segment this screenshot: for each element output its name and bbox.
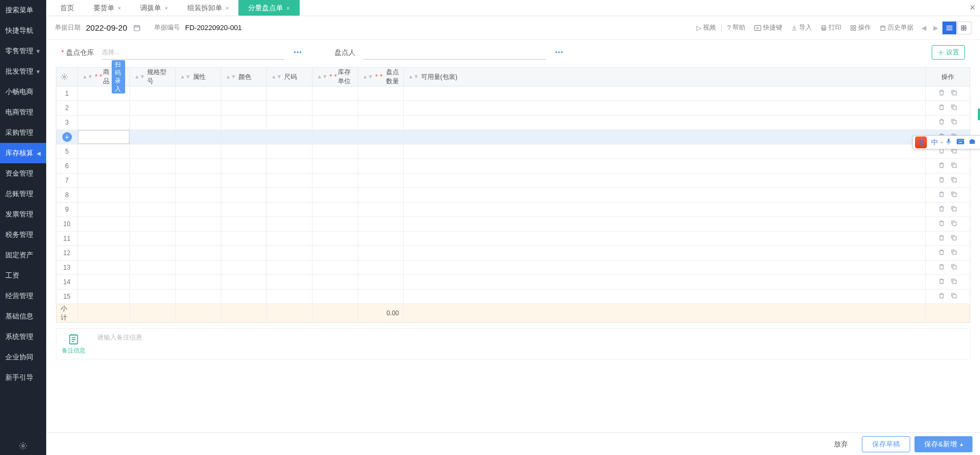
copy-row-icon[interactable]: [950, 205, 957, 214]
window-close-button[interactable]: ×: [965, 0, 980, 16]
table-row[interactable]: +: [56, 130, 970, 145]
delete-row-icon[interactable]: [938, 89, 945, 98]
tab-close-icon[interactable]: ×: [226, 5, 229, 11]
copy-row-icon[interactable]: [950, 89, 957, 98]
tab[interactable]: 组装拆卸单×: [178, 0, 238, 16]
table-row[interactable]: 3: [56, 115, 970, 130]
discard-button[interactable]: 放弃: [824, 436, 858, 452]
sidebar-item[interactable]: 基础信息: [0, 306, 46, 327]
copy-row-icon[interactable]: [950, 118, 957, 127]
sidebar-item[interactable]: 企业协同: [0, 347, 46, 367]
edge-handle[interactable]: [978, 109, 980, 120]
sidebar-item[interactable]: 工资: [0, 265, 46, 286]
copy-row-icon[interactable]: [950, 234, 957, 243]
sidebar-item[interactable]: 固定资产: [0, 245, 46, 265]
warehouse-more-icon[interactable]: •••: [294, 49, 302, 56]
col-color[interactable]: ▲▼颜色: [221, 68, 267, 86]
sidebar-item[interactable]: 小畅电商: [0, 82, 46, 102]
col-avail[interactable]: ▲▼可用量(包装): [404, 68, 926, 86]
table-row[interactable]: 12: [56, 246, 970, 261]
delete-row-icon[interactable]: [938, 205, 945, 214]
person-more-icon[interactable]: •••: [555, 49, 564, 56]
ime-lang[interactable]: 中: [929, 138, 940, 147]
add-row-button[interactable]: +: [62, 132, 72, 142]
col-attr[interactable]: ▲▼属性: [176, 68, 221, 86]
delete-row-icon[interactable]: [938, 292, 945, 301]
col-qty[interactable]: ▲▼*盘点数量: [358, 68, 404, 86]
tab-close-icon[interactable]: ×: [286, 5, 289, 11]
delete-row-icon[interactable]: [938, 191, 945, 199]
col-spec[interactable]: ▲▼规格型号: [130, 68, 176, 86]
table-row[interactable]: 11: [56, 232, 970, 246]
copy-row-icon[interactable]: [950, 278, 957, 286]
warehouse-input[interactable]: [101, 46, 284, 60]
delete-row-icon[interactable]: [938, 220, 945, 228]
product-input[interactable]: [78, 130, 129, 144]
delete-row-icon[interactable]: [938, 162, 945, 170]
copy-row-icon[interactable]: [950, 104, 957, 112]
sidebar-item[interactable]: 总账管理: [0, 184, 46, 204]
ime-keyboard-icon[interactable]: [954, 138, 967, 147]
table-row[interactable]: 8: [56, 188, 970, 203]
sidebar-item[interactable]: 系统管理: [0, 327, 46, 347]
table-row[interactable]: 13: [56, 261, 970, 275]
tab[interactable]: 要货单×: [84, 0, 130, 16]
col-config[interactable]: [56, 68, 78, 86]
table-row[interactable]: 5: [56, 145, 970, 159]
ime-mic-icon[interactable]: [943, 138, 954, 147]
delete-row-icon[interactable]: [938, 118, 945, 127]
sidebar-item[interactable]: 库存核算◀: [0, 143, 46, 163]
sidebar-item[interactable]: 采购管理: [0, 122, 46, 143]
remark-input[interactable]: [91, 329, 970, 359]
sidebar-item[interactable]: 搜索菜单: [0, 0, 46, 20]
table-row[interactable]: 10: [56, 217, 970, 232]
tab[interactable]: 分量盘点单×: [238, 0, 299, 16]
sidebar-item[interactable]: 批发管理▼: [0, 61, 46, 82]
settings-button[interactable]: 设置: [932, 45, 965, 60]
sidebar-item[interactable]: 经营管理: [0, 286, 46, 306]
delete-row-icon[interactable]: [938, 176, 945, 185]
person-input[interactable]: [363, 46, 546, 60]
sidebar-item[interactable]: 电商管理: [0, 102, 46, 122]
sidebar-item[interactable]: 新手引导: [0, 367, 46, 388]
delete-row-icon[interactable]: [938, 263, 945, 272]
shortcut-button[interactable]: 快捷键: [750, 23, 787, 32]
sidebar-item[interactable]: 资金管理: [0, 163, 46, 184]
delete-row-icon[interactable]: [938, 249, 945, 257]
table-row[interactable]: 14: [56, 275, 970, 290]
calendar-icon[interactable]: [133, 24, 141, 32]
help-button[interactable]: ?帮助: [723, 23, 750, 32]
doc-date-value[interactable]: 2022-09-20: [86, 23, 127, 32]
tab-close-icon[interactable]: ×: [164, 5, 168, 11]
copy-row-icon[interactable]: [950, 263, 957, 272]
delete-row-icon[interactable]: [938, 278, 945, 286]
sidebar-item[interactable]: 税务管理: [0, 225, 46, 245]
sidebar-item[interactable]: 发票管理: [0, 204, 46, 225]
delete-row-icon[interactable]: [938, 234, 945, 243]
table-row[interactable]: 7: [56, 174, 970, 188]
table-row[interactable]: 6: [56, 159, 970, 174]
tab[interactable]: 首页: [50, 0, 84, 16]
table-row[interactable]: 9: [56, 203, 970, 217]
print-button[interactable]: 打印: [816, 23, 846, 32]
table-row[interactable]: 15: [56, 290, 970, 304]
video-button[interactable]: ▷视频: [692, 23, 720, 32]
save-new-button[interactable]: 保存&新增▴: [914, 436, 972, 452]
copy-row-icon[interactable]: [950, 162, 957, 170]
save-draft-button[interactable]: 保存草稿: [862, 436, 910, 452]
col-unit[interactable]: ▲▼*库存单位: [313, 68, 358, 86]
ime-widget[interactable]: S 中 •: [912, 135, 980, 149]
copy-row-icon[interactable]: [950, 249, 957, 257]
table-row[interactable]: 2: [56, 101, 970, 115]
table-row[interactable]: 1: [56, 86, 970, 101]
sidebar-item[interactable]: 零售管理▼: [0, 41, 46, 61]
view-grid-icon[interactable]: [957, 21, 971, 34]
view-list-icon[interactable]: [942, 21, 956, 34]
copy-row-icon[interactable]: [950, 220, 957, 228]
operate-button[interactable]: 操作: [846, 23, 875, 32]
delete-row-icon[interactable]: [938, 104, 945, 112]
tab-close-icon[interactable]: ×: [118, 5, 121, 11]
ime-toolbox-icon[interactable]: [967, 138, 978, 147]
sidebar-settings-icon[interactable]: [0, 437, 46, 455]
nav-next-icon[interactable]: ▶: [930, 21, 941, 34]
